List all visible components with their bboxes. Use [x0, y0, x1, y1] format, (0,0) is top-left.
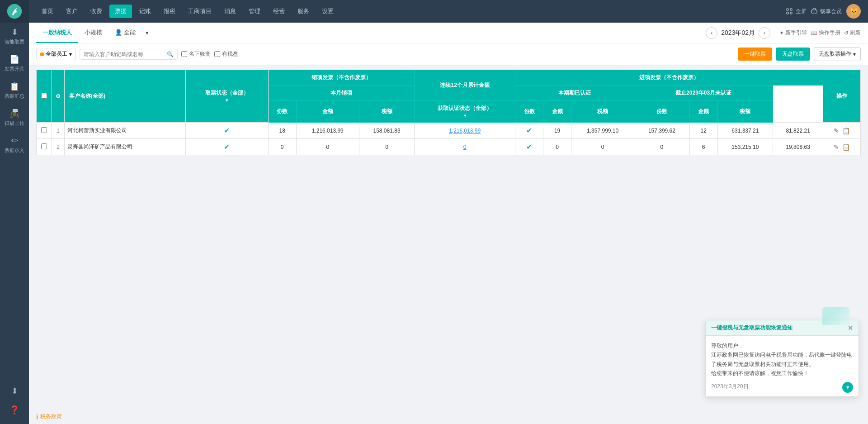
smart-fetch-icon: ⬇: [11, 27, 18, 37]
check-account-checkbox[interactable]: [181, 51, 187, 57]
sidebar-logo: [0, 0, 29, 23]
sidebar-item-help[interactable]: ❓: [0, 400, 29, 419]
notif-line1: 尊敬的用户：: [711, 341, 853, 350]
search-icon[interactable]: 🔍: [167, 51, 174, 57]
detail-icon[interactable]: 📋: [842, 143, 850, 151]
th-sales-count: 份数: [268, 101, 296, 123]
status-check-icon: ✔: [224, 143, 230, 151]
notif-date: 2023年3月20日: [711, 382, 853, 391]
subtab-more-btn[interactable]: ▾: [142, 26, 152, 40]
notif-title: 一键报税与无盘取票功能恢复通知: [711, 324, 793, 332]
nav-invoice[interactable]: 票据: [109, 5, 132, 18]
sidebar-item-invoice-summary[interactable]: 📋 票据汇总: [0, 77, 29, 104]
top-navigation: 首页 客户 收费 票据 记账 报税 工商项目 消息 管理 经营 服务 设置 全屏…: [29, 0, 868, 23]
svg-rect-1: [787, 9, 788, 10]
tax-policy-link[interactable]: ℹ 税务政策: [29, 409, 868, 424]
nav-operation[interactable]: 经营: [268, 5, 290, 18]
toolbar-right: 一键取票 无盘取票 无盘取票操作 ▾: [738, 47, 861, 61]
refresh-link[interactable]: ↺ 刷新: [844, 29, 861, 37]
row-company: 灵寿县尚泽矿产品有限公司: [65, 139, 186, 155]
nav-service[interactable]: 服务: [292, 5, 315, 18]
has-tax-disk-label[interactable]: 有税盘: [214, 50, 238, 58]
notification-popup: 一键报税与无盘取票功能恢复通知 ✕ 尊敬的用户： 江苏政务网已恢复访问电子税务局…: [705, 320, 859, 397]
row-sales-tax: 158,081.83: [359, 123, 414, 139]
th-sales-tax: 税额: [359, 101, 414, 123]
employee-label: 全部员工: [46, 50, 67, 58]
nav-customer[interactable]: 客户: [61, 5, 83, 18]
vip-btn[interactable]: 畅享会员: [811, 8, 842, 15]
nav-home[interactable]: 首页: [36, 5, 59, 18]
row-checkbox[interactable]: [37, 123, 52, 139]
invoice-summary-icon: 📋: [9, 81, 19, 91]
no-disk-fetch-btn[interactable]: 无盘取票: [776, 48, 810, 61]
cert-status-filter-icon[interactable]: ▾: [464, 113, 466, 118]
config-icon[interactable]: ⚙: [56, 93, 61, 100]
employee-dot: [40, 52, 44, 56]
row-sales-count: 0: [268, 139, 296, 155]
new-guide-link[interactable]: ✦ 新手引导: [779, 29, 807, 37]
manual-link[interactable]: 📖 操作手册: [811, 29, 840, 37]
th-purchase-header: 进项发票（不含作废票）: [515, 70, 823, 86]
sidebar-item-label: 票据录入: [5, 147, 24, 154]
employee-select[interactable]: 全部员工 ▾: [36, 48, 76, 60]
nav-message[interactable]: 消息: [219, 5, 241, 18]
notif-body: 尊敬的用户： 江苏政务网已恢复访问电子税务局功能，易代账一键登陆电子税务局与无盘…: [706, 336, 859, 396]
nav-settings[interactable]: 设置: [316, 5, 339, 18]
info-circle-icon: ℹ: [36, 414, 38, 420]
nav-business[interactable]: 工商项目: [183, 5, 217, 18]
row-purchase-amount: 0: [571, 139, 634, 155]
nav-tax[interactable]: 报税: [158, 5, 181, 18]
one-key-fetch-btn[interactable]: 一键取票: [738, 48, 772, 61]
th-cutoff: 截止2023年03月未认证: [634, 86, 773, 101]
no-disk-more-btn[interactable]: 无盘取票操作 ▾: [814, 47, 861, 61]
edit-icon[interactable]: ✎: [834, 143, 839, 151]
sidebar-item-data-entry[interactable]: ✏ 票据录入: [0, 131, 29, 158]
select-all-checkbox[interactable]: [41, 93, 47, 99]
has-tax-disk-checkbox[interactable]: [214, 51, 220, 57]
row-checkbox[interactable]: [37, 139, 52, 155]
fullscreen-btn[interactable]: 全屏: [786, 8, 806, 15]
row-cumulative[interactable]: 0: [415, 139, 515, 155]
th-cert-status: 获取认证状态（全部） ▾: [415, 101, 515, 123]
prev-month-btn[interactable]: ‹: [706, 27, 717, 39]
check-account-label[interactable]: 名下账套: [181, 50, 211, 58]
next-month-btn[interactable]: ›: [759, 27, 770, 39]
sidebar-item-smart-fetch[interactable]: ⬇ 智能取票: [0, 23, 29, 50]
row-purchase-tax: 157,399.62: [634, 123, 689, 139]
detail-icon[interactable]: 📋: [842, 127, 850, 134]
tab-small[interactable]: 小规模: [78, 23, 108, 43]
sidebar: ⬇ 智能取票 📄 发票开具 📋 票据汇总 📠 扫描上传 ✏ 票据录入 ⬇ ❓: [0, 0, 29, 424]
sidebar-item-download[interactable]: ⬇: [0, 381, 29, 400]
subtab-bar: 一般纳税人 小规模 👤 全能 ▾ ‹ 2023年02月 › ✦ 新手引导: [29, 23, 868, 43]
nav-bookkeeping[interactable]: 记账: [134, 5, 156, 18]
tab-general[interactable]: 一般纳税人: [36, 23, 78, 43]
row-uncert-count: 6: [689, 139, 717, 155]
nav-billing[interactable]: 收费: [85, 5, 108, 18]
row-cumulative[interactable]: 1,216,013.99: [415, 123, 515, 139]
svg-rect-5: [811, 10, 817, 13]
notif-line3: 给您带来的不便请谅解，祝您工作愉快！: [711, 369, 853, 378]
cert-check-icon: ✔: [526, 143, 532, 151]
th-customer: 客户名称(全部): [65, 70, 186, 123]
edit-icon[interactable]: ✎: [834, 127, 839, 134]
download-icon: ⬇: [11, 386, 18, 396]
sidebar-item-scan-upload[interactable]: 📠 扫描上传: [0, 104, 29, 131]
search-input[interactable]: [84, 51, 165, 57]
th-checkbox: [37, 70, 52, 123]
row-uncert-tax: 81,822.21: [773, 123, 823, 139]
sidebar-item-invoice-open[interactable]: 📄 发票开具: [0, 50, 29, 77]
tab-allquota[interactable]: 👤 全能: [108, 23, 142, 43]
row-num: 1: [52, 123, 65, 139]
user-avatar[interactable]: 🐱: [846, 4, 861, 19]
th-sales-header: 销项发票（不含作废票）: [268, 70, 415, 86]
fetch-status-filter-icon[interactable]: ▾: [226, 98, 228, 103]
guide-icon: ✦: [779, 30, 784, 36]
notif-scroll-down-btn[interactable]: ▾: [842, 382, 853, 393]
notif-close-btn[interactable]: ✕: [848, 324, 853, 332]
row-uncert-count: 12: [689, 123, 717, 139]
nav-manage[interactable]: 管理: [243, 5, 266, 18]
current-month: 2023年02月: [721, 29, 755, 37]
table-row: 1 河北柯蕾斯实业有限公司 ✔ 18 1,216,013.99 158,081.…: [37, 123, 861, 139]
th-uncert-amount: 金额: [689, 101, 717, 123]
th-action: 操作: [823, 70, 861, 123]
